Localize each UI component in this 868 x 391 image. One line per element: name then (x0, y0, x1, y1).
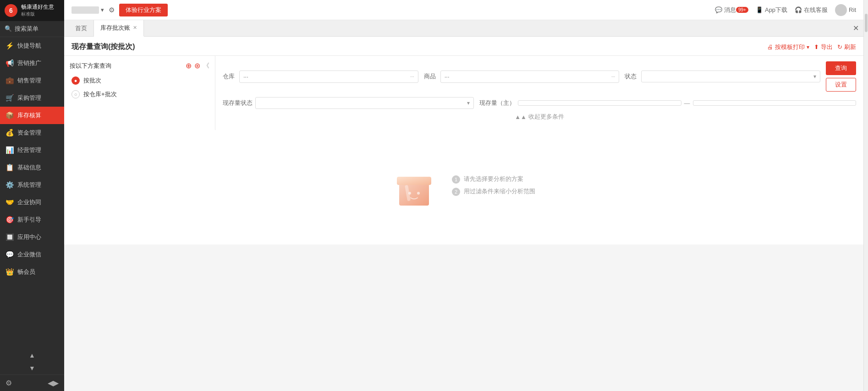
tab-inventory-batch[interactable]: 库存批次账 ✕ (94, 20, 144, 37)
topbar-gear-icon[interactable]: ⚙ (109, 6, 115, 14)
dropdown-text (71, 6, 99, 14)
sidebar-item-operations[interactable]: 📊 经营管理 (0, 141, 64, 159)
trial-button[interactable]: 体验行业方案 (119, 4, 168, 16)
settings-icon[interactable]: ⚙ (5, 379, 12, 387)
sidebar-company: 畅康通好生意 标准版 (21, 4, 54, 17)
online-service-item[interactable]: 🎧 在线客服 (795, 6, 828, 14)
search-icon: 🔍 (5, 25, 12, 32)
product-label: 商品 (424, 72, 438, 81)
sidebar-item-purchase[interactable]: 🛒 采购管理 (0, 89, 64, 107)
filter-panel: 按以下方案查询 ⊕ ⊛ 《 ● 按批次 ○ 按仓库+批次 (64, 56, 215, 130)
inventory-qty-min-input[interactable] (518, 100, 681, 106)
sidebar-item-sales[interactable]: 💼 销售管理 (0, 72, 64, 89)
inventory-qty-max-input[interactable] (693, 100, 857, 106)
page: 现存量查询(按批次) 🖨 按模板打印 ▾ ⬆ 导出 ↻ 刷新 (64, 37, 863, 244)
topbar-dropdown[interactable]: ▾ (71, 6, 104, 14)
sidebar-item-member[interactable]: 👑 畅会员 (0, 263, 64, 281)
add-scheme-icon[interactable]: ⊕ (186, 61, 192, 70)
basics-icon: 📋 (5, 163, 14, 172)
sidebar-item-finance[interactable]: 💰 资金管理 (0, 124, 64, 141)
quick-nav-icon: ⚡ (5, 42, 14, 50)
page-title: 现存量查询(按批次) (71, 42, 135, 52)
inventory-status-select[interactable]: ▾ (255, 97, 474, 109)
settings-button[interactable]: 设置 (826, 78, 856, 92)
sales-icon: 💼 (5, 76, 14, 85)
message-icon: 💬 (715, 6, 722, 13)
sidebar-item-marketing[interactable]: 📢 营销推广 (0, 54, 64, 72)
status-select[interactable]: ▾ (641, 71, 820, 82)
svg-rect-0 (399, 183, 429, 206)
tabbar-close-button[interactable]: ✕ (853, 24, 859, 33)
filter-option-warehouse-batch[interactable]: ○ 按仓库+批次 (64, 87, 215, 101)
appstore-icon: 🔲 (5, 233, 14, 241)
sidebar-item-inventory[interactable]: 📦 库存核算 (0, 107, 64, 124)
print-dropdown-icon: ▾ (807, 44, 809, 50)
filter-panel-actions: ⊕ ⊛ 《 (186, 61, 209, 70)
right-scrollbar[interactable] (863, 0, 868, 391)
sidebar-item-appstore[interactable]: 🔲 应用中心 (0, 228, 64, 246)
query-button[interactable]: 查询 (826, 61, 856, 75)
svg-point-4 (417, 192, 420, 195)
user-avatar-item[interactable]: Rit (835, 4, 856, 16)
tab-home[interactable]: 首页 (69, 20, 94, 37)
print-button[interactable]: 🖨 按模板打印 ▾ (767, 43, 809, 51)
app-logo: 6 (5, 4, 17, 17)
refresh-button[interactable]: ↻ 刷新 (837, 43, 856, 51)
svg-point-3 (408, 192, 411, 195)
phone-icon: 📱 (756, 6, 763, 13)
sidebar-item-system[interactable]: ⚙️ 系统管理 (0, 176, 64, 194)
filter-option-batch[interactable]: ● 按批次 (64, 74, 215, 87)
product-input[interactable]: ··· ··· (440, 71, 620, 83)
page-header: 现存量查询(按批次) 🖨 按模板打印 ▾ ⬆ 导出 ↻ 刷新 (64, 37, 863, 56)
inventory-icon: 📦 (5, 111, 14, 119)
sidebar-item-wechat[interactable]: 💬 企业微信 (0, 246, 64, 263)
topbar-right: 💬 消息 99+ 📱 App下载 🎧 在线客服 Rit (715, 4, 856, 16)
warehouse-input[interactable]: ··· ··· (239, 71, 418, 83)
inventory-qty-label: 现存量（主） (479, 99, 515, 107)
inventory-status-label: 现存量状态 (223, 99, 253, 107)
export-button[interactable]: ⬆ 导出 (814, 43, 833, 51)
warehouse-label: 仓库 (223, 72, 236, 81)
filter-fields: 仓库 ··· ··· 商品 ··· ··· (215, 56, 863, 130)
sidebar-header: 6 畅康通好生意 标准版 (0, 0, 64, 21)
inventory-qty-field: 现存量（主） — (479, 99, 856, 107)
sidebar-scroll-up[interactable]: ▲ (0, 349, 64, 362)
collapse-icon: ▲▲ (515, 114, 527, 120)
collapse-sidebar-icon[interactable]: ◀▶ (48, 379, 59, 387)
page-header-actions: 🖨 按模板打印 ▾ ⬆ 导出 ↻ 刷新 (767, 43, 856, 51)
warehouse-field: 仓库 ··· ··· (223, 71, 418, 83)
content-area: 现存量查询(按批次) 🖨 按模板打印 ▾ ⬆ 导出 ↻ 刷新 (64, 37, 863, 391)
inventory-status-field: 现存量状态 ▾ (223, 97, 474, 109)
dropdown-arrow-icon: ▾ (101, 6, 104, 13)
refresh-icon: ↻ (837, 43, 842, 50)
action-buttons: 查询 设置 (826, 61, 856, 92)
avatar (835, 4, 847, 16)
tab-close-inventory-batch[interactable]: ✕ (133, 25, 137, 31)
member-icon: 👑 (5, 268, 14, 276)
marketing-icon: 📢 (5, 59, 14, 67)
settings-scheme-icon[interactable]: ⊛ (194, 61, 200, 70)
sidebar-item-guide[interactable]: 🎯 新手引导 (0, 211, 64, 228)
product-field: 商品 ··· ··· (424, 71, 620, 83)
sidebar-item-basics[interactable]: 📋 基础信息 (0, 159, 64, 176)
messages-icon-item[interactable]: 💬 消息 99+ (715, 6, 748, 14)
app-download-item[interactable]: 📱 App下载 (756, 6, 787, 14)
inventory-status-dropdown-icon: ▾ (467, 100, 470, 106)
guide-icon: 🎯 (5, 216, 14, 224)
empty-steps: 1 请先选择要分析的方案 2 用过滤条件来缩小分析范围 (452, 175, 535, 200)
sidebar-item-enterprise[interactable]: 🤝 企业协同 (0, 194, 64, 211)
headset-icon: 🎧 (795, 6, 802, 13)
finance-icon: 💰 (5, 129, 14, 137)
printer-icon: 🖨 (767, 43, 773, 50)
filter-area: 按以下方案查询 ⊕ ⊛ 《 ● 按批次 ○ 按仓库+批次 (64, 56, 863, 130)
sidebar-scroll-down[interactable]: ▼ (0, 362, 64, 375)
tabbar: 首页 库存批次账 ✕ ✕ (64, 20, 863, 37)
sidebar: 6 畅康通好生意 标准版 🔍 搜索菜单 ⚡ 快捷导航 📢 营销推广 💼 销售管理… (0, 0, 64, 391)
enterprise-icon: 🤝 (5, 198, 14, 206)
collapse-panel-icon[interactable]: 《 (203, 62, 209, 70)
system-icon: ⚙️ (5, 181, 14, 189)
collapse-more-btn[interactable]: ▲▲ 收起更多条件 (223, 109, 856, 125)
sidebar-item-quick-nav[interactable]: ⚡ 快捷导航 (0, 37, 64, 54)
sidebar-search[interactable]: 🔍 搜索菜单 (0, 21, 64, 37)
topbar: ▾ ⚙ 体验行业方案 💬 消息 99+ 📱 App下载 🎧 在线客服 Rit (64, 0, 863, 20)
